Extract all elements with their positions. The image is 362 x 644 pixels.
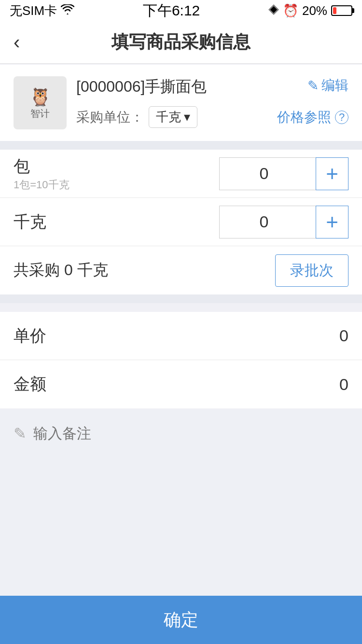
amount-value: 0 [339, 375, 348, 394]
location-icon [268, 3, 279, 18]
product-card: 🦉 智计 [0000006]手撕面包 ✎ 编辑 采购单位： 千克 ▾ [0, 65, 362, 141]
price-section: 单价 0 金额 0 [0, 312, 362, 408]
battery-percent: 20% [302, 3, 327, 18]
network-status: 无SIM卡 [10, 2, 57, 19]
confirm-button[interactable]: 确定 [0, 596, 362, 644]
product-name: [0000006]手撕面包 [76, 76, 207, 98]
record-batch-button[interactable]: 录批次 [275, 254, 348, 287]
note-section[interactable]: ✎ [0, 409, 362, 458]
price-ref-button[interactable]: 价格参照 ? [277, 108, 348, 126]
divider-1 [0, 141, 362, 150]
pack-input-row: 包 1包=10千克 + [0, 150, 362, 198]
summary-text: 共采购 0 千克 [14, 260, 108, 281]
note-input[interactable] [33, 425, 348, 442]
status-bar: 无SIM卡 下午6:12 ⏰ 20% [0, 0, 362, 21]
unit-price-row: 单价 0 [0, 312, 362, 360]
dropdown-icon: ▾ [184, 110, 190, 125]
status-bar-left: 无SIM卡 [10, 2, 74, 19]
pack-label: 包 1包=10千克 [14, 155, 81, 192]
product-logo: 🦉 智计 [29, 86, 51, 119]
pack-input-controls: + [219, 157, 348, 190]
edit-icon: ✎ [307, 78, 319, 94]
kg-input-row: 千克 + [0, 198, 362, 246]
divider-2 [0, 294, 362, 303]
status-bar-time: 下午6:12 [143, 1, 200, 21]
battery-icon [331, 5, 352, 16]
kg-label: 千克 [14, 211, 81, 233]
wifi-icon [61, 3, 74, 18]
edit-button[interactable]: ✎ 编辑 [307, 76, 348, 95]
kg-quantity-input[interactable] [219, 206, 316, 238]
product-header: [0000006]手撕面包 ✎ 编辑 [76, 76, 348, 98]
kg-input-controls: + [219, 206, 348, 238]
page-title: 填写商品采购信息 [111, 30, 251, 54]
amount-row: 金额 0 [0, 360, 362, 408]
alarm-icon: ⏰ [283, 3, 298, 18]
product-image: 🦉 智计 [14, 76, 67, 129]
unit-price-label: 单价 [14, 325, 46, 347]
back-button[interactable]: ‹ [14, 31, 20, 53]
product-info: [0000006]手撕面包 ✎ 编辑 采购单位： 千克 ▾ 价格参照 ? [76, 76, 348, 128]
price-ref-label: 价格参照 [277, 108, 331, 126]
unit-select-dropdown[interactable]: 千克 ▾ [149, 106, 197, 128]
unit-value: 千克 [156, 109, 181, 126]
pack-label-main: 包 [14, 155, 81, 178]
unit-label: 采购单位： 千克 ▾ [76, 106, 197, 128]
pack-quantity-input[interactable] [219, 157, 316, 190]
note-icon: ✎ [14, 424, 27, 443]
price-ref-help-icon: ? [335, 111, 348, 124]
unit-price-value: 0 [339, 326, 348, 345]
status-bar-right: ⏰ 20% [268, 3, 352, 18]
kg-label-main: 千克 [14, 211, 81, 233]
pack-label-sub: 1包=10千克 [14, 178, 81, 192]
kg-plus-button[interactable]: + [316, 206, 348, 238]
edit-label: 编辑 [321, 76, 348, 95]
amount-label: 金额 [14, 373, 46, 395]
product-unit-row: 采购单位： 千克 ▾ 价格参照 ? [76, 106, 348, 128]
pack-plus-button[interactable]: + [316, 157, 348, 190]
summary-row: 共采购 0 千克 录批次 [0, 246, 362, 294]
nav-bar: ‹ 填写商品采购信息 [0, 21, 362, 64]
input-section: 包 1包=10千克 + 千克 + [0, 150, 362, 246]
empty-space [0, 458, 362, 602]
